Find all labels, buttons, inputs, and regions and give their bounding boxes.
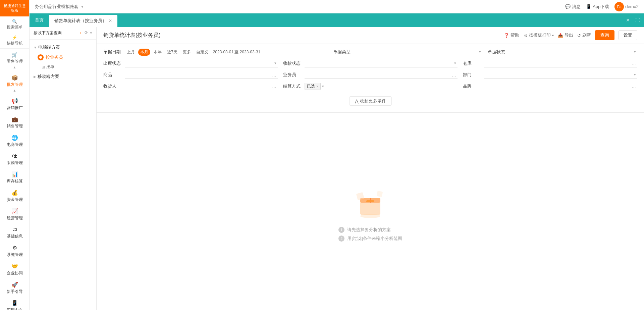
window-close-icon[interactable]: ✕: [625, 17, 631, 23]
help-btn[interactable]: ❓ 帮助: [504, 32, 519, 38]
date-tab-last-month[interactable]: 上月: [125, 49, 137, 56]
collapse-button[interactable]: ⋀ 收起更多条件: [349, 96, 392, 106]
wholesale-icon: 📦: [11, 74, 18, 81]
tab-close-icon[interactable]: ✕: [109, 18, 112, 23]
brand-input[interactable]: [484, 82, 637, 90]
operation-icon: 📈: [11, 208, 18, 214]
page-actions: ❓ 帮助 🖨 按模板打印 ▾ 📤 导出 ↺ 刷新: [504, 30, 637, 40]
goods-dots-icon[interactable]: …: [272, 72, 276, 78]
consignee-dots-icon[interactable]: …: [272, 84, 276, 89]
warehouse-field: 仓库 …: [463, 59, 637, 67]
sidebar-item-ecom[interactable]: 🌐 电商管理: [0, 132, 29, 150]
date-tab-this-month[interactable]: 本月: [138, 49, 150, 56]
doc-status-select[interactable]: [509, 48, 637, 56]
sidebar-item-purchase[interactable]: 🛍 采购管理: [0, 150, 29, 168]
base-icon: 🗂: [12, 226, 17, 232]
date-tab-custom[interactable]: 自定义: [194, 49, 210, 56]
filter-panel-icons: ＋ ⟳ «: [78, 30, 92, 36]
collapse-panel-icon[interactable]: «: [90, 30, 92, 36]
filter-item-by-salesperson[interactable]: 按业务员: [30, 52, 96, 62]
refresh-scheme-icon[interactable]: ⟳: [85, 30, 88, 36]
form-row-1: 单据日期 上月 本月 本年 近7天 更多 自定义 2023-03-01 至 20…: [103, 48, 637, 56]
consignee-input[interactable]: [125, 82, 278, 90]
receipt-status-field: 收款状态 ▾: [283, 59, 458, 67]
out-status-field: 出库状态 ▾: [103, 59, 278, 67]
sidebar: 畅捷通好生意 标版 🔍 搜索菜单 ⚡ 快捷导航 🛒 零售管理 ▲ 📦 批发管理 …: [0, 0, 30, 310]
sidebar-item-wholesale[interactable]: 📦 批发管理 ▲: [0, 72, 29, 95]
date-filter: 上月 本月 本年 近7天 更多 自定义 2023-03-01 至 2023-03…: [125, 49, 260, 56]
help-icon: ❓: [504, 33, 509, 38]
sidebar-search[interactable]: 🔍 搜索菜单: [0, 16, 29, 33]
page-header: 销货单统计表(按业务员) ❓ 帮助 🖨 按模板打印 ▾ 📤 导出: [97, 27, 644, 44]
brand-dots-icon[interactable]: …: [632, 84, 636, 89]
sidebar-item-base[interactable]: 🗂 基础信息: [0, 224, 29, 242]
consignee-field: 收货人 …: [103, 82, 278, 90]
doc-type-select-wrap: ▾: [355, 48, 483, 56]
sidebar-item-inventory[interactable]: 📊 库存核算: [0, 168, 29, 187]
sidebar-item-system[interactable]: ⚙ 系统管理: [0, 242, 29, 260]
app-download-btn[interactable]: 📱 App下载: [586, 4, 609, 10]
sidebar-item-operation[interactable]: 📈 经营管理: [0, 205, 29, 224]
form-row-4: 收货人 … 结算方式 已选 ×: [103, 82, 637, 90]
message-btn[interactable]: 💬 消息: [565, 4, 581, 10]
sidebar-item-retail[interactable]: 🛒 零售管理 ▲: [0, 49, 29, 72]
warehouse-dots-icon[interactable]: …: [632, 61, 636, 66]
warehouse-input[interactable]: [484, 59, 637, 67]
sidebar-item-apps[interactable]: 📱 应用中心: [0, 297, 29, 310]
svg-rect-7: [377, 191, 383, 197]
svg-point-0: [39, 56, 42, 59]
sub-item-icon: ⊞: [42, 65, 45, 69]
sidebar-logo: 畅捷通好生意 标版: [0, 0, 29, 16]
topbar: 办公用品行业模拟账套 ▾ 💬 消息 📱 App下载 Ea demo2: [30, 0, 644, 13]
sidebar-item-marketing[interactable]: 📢 营销推广: [0, 95, 29, 113]
filter-section: ▼ 电脑端方案 按业务员 ⊞ 按单: [30, 40, 96, 84]
print-btn[interactable]: 🖨 按模板打印 ▾: [523, 32, 554, 38]
empty-tip-1: 1 请先选择要分析的方案: [338, 227, 402, 233]
sidebar-item-enterprise[interactable]: 🤝 企业协同: [0, 260, 29, 279]
svg-rect-4: [366, 200, 374, 202]
export-btn[interactable]: 📤 导出: [558, 32, 573, 38]
window-controls: ✕ ⛶: [625, 17, 644, 23]
active-indicator: [38, 54, 44, 60]
department-select-wrap: ▾: [484, 71, 637, 79]
goods-input[interactable]: [125, 71, 278, 79]
form-row-3: 商品 … 业务员 …: [103, 71, 637, 79]
retail-icon: 🛒: [11, 51, 18, 58]
export-icon: 📤: [558, 33, 563, 38]
department-select[interactable]: [484, 71, 637, 79]
sidebar-item-sales[interactable]: 💼 销售管理: [0, 113, 29, 132]
refresh-icon: ↺: [577, 33, 581, 38]
ecom-icon: 🌐: [11, 135, 18, 141]
collapse-up-icon: ⋀: [355, 99, 359, 104]
settlement-tag-close-icon[interactable]: ×: [316, 84, 318, 88]
data-area: 1 请先选择要分析的方案 2 用[过滤]条件来缩小分析范围: [97, 113, 644, 310]
user-profile[interactable]: Ea demo2: [614, 2, 639, 11]
department-field: 部门 ▾: [463, 71, 637, 79]
doc-type-select[interactable]: [355, 48, 483, 56]
finance-icon: 💰: [11, 190, 18, 196]
add-scheme-icon[interactable]: ＋: [78, 30, 83, 36]
receipt-status-select[interactable]: [305, 59, 458, 67]
window-maximize-icon[interactable]: ⛶: [634, 17, 641, 23]
date-tab-7days[interactable]: 近7天: [165, 49, 179, 56]
query-button[interactable]: 查询: [595, 30, 614, 40]
salesperson-input[interactable]: [305, 71, 458, 79]
topbar-left: 办公用品行业模拟账套 ▾: [35, 4, 84, 10]
tab-sales-stat[interactable]: 销货单统计表（按业务员） ✕: [49, 15, 117, 27]
tab-home[interactable]: 首页: [30, 13, 49, 27]
filter-group-mobile-header[interactable]: ▶ 移动端方案: [30, 71, 96, 82]
settings-button[interactable]: 设置: [619, 30, 637, 40]
salesperson-dots-icon[interactable]: …: [452, 72, 456, 78]
filter-sub-item-by-order[interactable]: ⊞ 按单: [30, 62, 96, 71]
doc-type-field: 单据类型 ▾: [333, 48, 483, 56]
out-status-select-wrap: ▾: [125, 59, 278, 67]
out-status-select[interactable]: [125, 59, 278, 67]
sidebar-nav[interactable]: ⚡ 快捷导航: [0, 33, 29, 49]
date-tab-this-year[interactable]: 本年: [152, 49, 164, 56]
doc-status-select-wrap: ▾: [509, 48, 637, 56]
sidebar-item-finance[interactable]: 💰 资金管理: [0, 187, 29, 205]
sidebar-item-newbie[interactable]: 🚀 新手引导: [0, 279, 29, 297]
refresh-btn[interactable]: ↺ 刷新: [577, 32, 591, 38]
date-tab-more[interactable]: 更多: [181, 49, 193, 56]
filter-group-desktop-header[interactable]: ▼ 电脑端方案: [30, 42, 96, 52]
